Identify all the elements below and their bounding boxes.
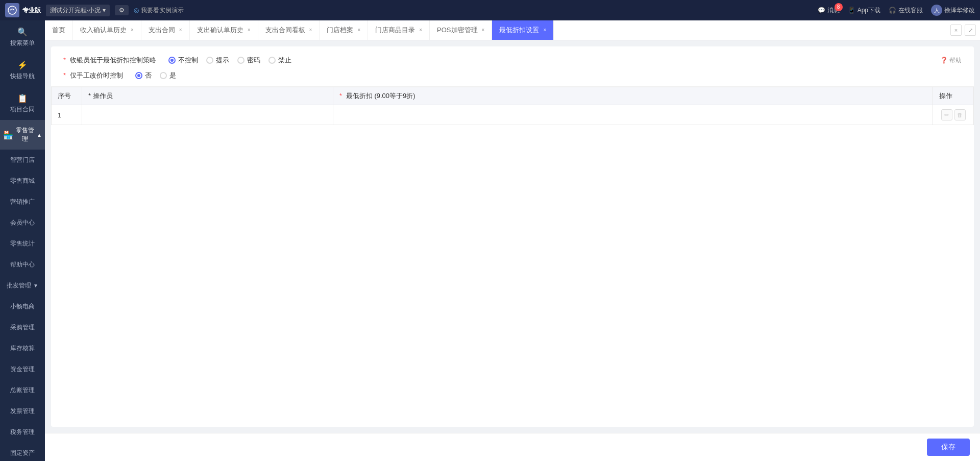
tab-store-archive[interactable]: 门店档案 × bbox=[320, 20, 368, 40]
radio-no-control-circle bbox=[168, 57, 176, 64]
manual-control-form-row: * 仅手工改价时控制 否 是 bbox=[63, 71, 962, 80]
message-icon: 💬 bbox=[818, 7, 825, 14]
sidebar-label-help: 帮助中心 bbox=[10, 260, 35, 269]
tab-payment-confirm[interactable]: 支出确认单历史 × bbox=[190, 20, 258, 40]
sidebar-item-purchase[interactable]: 采购管理 bbox=[0, 317, 45, 338]
online-service-btn[interactable]: 🎧 在线客服 bbox=[889, 6, 923, 15]
chevron-down-icon: ▼ bbox=[33, 283, 38, 288]
settings-btn[interactable]: ⚙ bbox=[115, 5, 129, 15]
tab-pos-password[interactable]: POS加密管理 × bbox=[430, 20, 492, 40]
manual-control-label-text: 仅手工改价时控制 bbox=[70, 71, 123, 79]
main-layout: 🔍 搜索菜单 ⚡ 快捷导航 📋 项目合同 🏪 零售管理 ▲ 智营门店 零售商城 … bbox=[0, 20, 980, 461]
required-mark-strategy: * bbox=[63, 56, 66, 64]
help-label: 帮助 bbox=[949, 56, 962, 65]
logo-icon bbox=[5, 3, 19, 17]
sidebar-label-finance: 资金管理 bbox=[10, 365, 35, 374]
sidebar-item-project[interactable]: 📋 项目合同 bbox=[0, 87, 45, 120]
tab-pos-password-label: POS加密管理 bbox=[437, 26, 477, 35]
sidebar-item-marketing[interactable]: 营销推广 bbox=[0, 191, 45, 212]
chevron-down-icon: ▾ bbox=[103, 7, 106, 14]
demo-link[interactable]: ◎ 我要看实例演示 bbox=[134, 6, 184, 15]
radio-password-label: 密码 bbox=[247, 56, 260, 65]
page-content: * 收银员低于最低折扣控制策略 不控制 提示 bbox=[45, 40, 980, 433]
sidebar-label-ecommerce: 小畅电商 bbox=[10, 302, 35, 311]
radio-no-control-label: 不控制 bbox=[178, 56, 198, 65]
radio-forbid-circle bbox=[268, 57, 276, 64]
radio-no-control[interactable]: 不控制 bbox=[168, 56, 198, 65]
tab-payment-board-label: 支出合同看板 bbox=[265, 26, 305, 35]
sidebar-item-retail-stat[interactable]: 零售统计 bbox=[0, 233, 45, 254]
tab-min-discount[interactable]: 最低折扣设置 × bbox=[492, 20, 554, 40]
sidebar-label-retail-mall: 零售商城 bbox=[10, 177, 35, 185]
tab-store-archive-close[interactable]: × bbox=[357, 28, 360, 33]
help-btn[interactable]: ❓ 帮助 bbox=[940, 56, 962, 65]
sidebar-label-retail-stat: 零售统计 bbox=[10, 239, 35, 248]
tab-income-confirm[interactable]: 收入确认单历史 × bbox=[73, 20, 141, 40]
sidebar-item-finance[interactable]: 资金管理 bbox=[0, 359, 45, 380]
app-logo: 专业版 bbox=[5, 3, 41, 17]
sidebar-label-purchase: 采购管理 bbox=[10, 323, 35, 332]
radio-hint[interactable]: 提示 bbox=[206, 56, 229, 65]
tab-payment-confirm-close[interactable]: × bbox=[248, 28, 251, 33]
content-card: * 收银员低于最低折扣控制策略 不控制 提示 bbox=[51, 46, 974, 427]
sidebar-label-invoice: 发票管理 bbox=[10, 407, 35, 416]
radio-no[interactable]: 否 bbox=[135, 71, 152, 80]
cell-action: ✏ 🗑 bbox=[933, 105, 974, 125]
messages-badge: 8 bbox=[835, 3, 843, 11]
save-button[interactable]: 保存 bbox=[927, 439, 970, 456]
sidebar-item-retail[interactable]: 🏪 零售管理 ▲ bbox=[0, 120, 45, 150]
sidebar-item-shortcut[interactable]: ⚡ 快捷导航 bbox=[0, 54, 45, 87]
user-profile-btn[interactable]: 人 徐泽华修改 bbox=[931, 5, 975, 16]
tab-payment-board[interactable]: 支出合同看板 × bbox=[258, 20, 320, 40]
tab-min-discount-close[interactable]: × bbox=[543, 28, 546, 33]
tab-store-archive-label: 门店档案 bbox=[327, 26, 353, 35]
radio-password[interactable]: 密码 bbox=[237, 56, 260, 65]
radio-forbid[interactable]: 禁止 bbox=[268, 56, 291, 65]
sidebar-label-marketing: 营销推广 bbox=[10, 198, 35, 206]
sidebar-item-smart-store[interactable]: 智营门店 bbox=[0, 150, 45, 171]
tab-payment-contract-close[interactable]: × bbox=[179, 28, 182, 33]
tab-home[interactable]: 首页 bbox=[45, 20, 73, 40]
sidebar-label-tax: 税务管理 bbox=[10, 428, 35, 436]
sidebar-label-retail: 零售管理 bbox=[15, 126, 35, 143]
project-selector[interactable]: 测试分开完程·小况 ▾ bbox=[46, 5, 110, 16]
tab-income-confirm-close[interactable]: × bbox=[131, 28, 134, 33]
required-mark-manual: * bbox=[63, 71, 66, 79]
content-area: 首页 收入确认单历史 × 支出合同 × 支出确认单历史 × 支出合同看板 × 门… bbox=[45, 20, 980, 461]
sidebar-item-member[interactable]: 会员中心 bbox=[0, 212, 45, 233]
delete-btn[interactable]: 🗑 bbox=[954, 109, 966, 120]
sidebar-item-invoice[interactable]: 发票管理 bbox=[0, 401, 45, 422]
edit-btn[interactable]: ✏ bbox=[941, 109, 952, 120]
top-bar: 专业版 测试分开完程·小况 ▾ ⚙ ◎ 我要看实例演示 💬 消息 8 📱 App… bbox=[0, 0, 980, 20]
tab-store-products[interactable]: 门店商品目录 × bbox=[368, 20, 430, 40]
radio-no-circle bbox=[135, 72, 142, 79]
tab-store-products-close[interactable]: × bbox=[419, 28, 422, 33]
tab-close-all-btn[interactable]: × bbox=[950, 25, 962, 36]
cell-seq: 1 bbox=[52, 105, 82, 125]
sidebar-item-ledger[interactable]: 总账管理 bbox=[0, 380, 45, 401]
search-icon: 🔍 bbox=[17, 27, 28, 37]
sidebar-item-inventory[interactable]: 库存核算 bbox=[0, 338, 45, 359]
sidebar-item-assets[interactable]: 固定资产 bbox=[0, 443, 45, 461]
tab-min-discount-label: 最低折扣设置 bbox=[499, 26, 539, 35]
sidebar-item-wholesale[interactable]: 批发管理 ▼ bbox=[0, 275, 45, 296]
messages-btn[interactable]: 💬 消息 8 bbox=[818, 6, 840, 15]
sidebar-item-search[interactable]: 🔍 搜索菜单 bbox=[0, 20, 45, 54]
radio-yes-label: 是 bbox=[169, 71, 176, 80]
sidebar-label-wholesale: 批发管理 bbox=[7, 281, 31, 290]
tab-pos-password-close[interactable]: × bbox=[482, 28, 485, 33]
strategy-label-text: 收银员低于最低折扣控制策略 bbox=[70, 56, 156, 64]
tab-expand-btn[interactable]: ⤢ bbox=[965, 25, 976, 36]
col-seq-label: 序号 bbox=[58, 92, 71, 100]
radio-yes[interactable]: 是 bbox=[160, 71, 176, 80]
sidebar-label-smart-store: 智营门店 bbox=[10, 156, 35, 164]
tab-payment-contract[interactable]: 支出合同 × bbox=[141, 20, 190, 40]
sidebar-item-tax[interactable]: 税务管理 bbox=[0, 422, 45, 443]
sidebar-item-ecommerce[interactable]: 小畅电商 bbox=[0, 296, 45, 317]
sidebar-label-shortcut: 快捷导航 bbox=[10, 72, 35, 81]
sidebar-item-help[interactable]: 帮助中心 bbox=[0, 254, 45, 275]
user-name: 徐泽华修改 bbox=[944, 6, 975, 15]
app-download-btn[interactable]: 📱 App下载 bbox=[848, 6, 880, 15]
tab-payment-board-close[interactable]: × bbox=[309, 28, 312, 33]
sidebar-item-retail-mall[interactable]: 零售商城 bbox=[0, 171, 45, 191]
